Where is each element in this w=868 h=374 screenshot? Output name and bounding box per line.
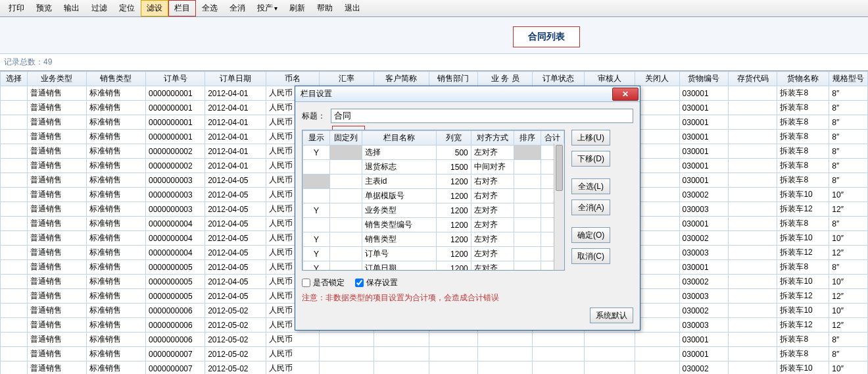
cell: 普通销售 [27,101,86,115]
cell: 标准销售 [86,188,145,202]
col-header[interactable]: 订单号 [145,72,205,86]
cell: 8″ [829,260,868,275]
grid-col-header[interactable]: 列宽 [436,131,471,146]
columns-grid[interactable]: 显示固定列栏目名称列宽对齐方式排序合计 Y选择500左对齐退货标志1500中间对… [302,130,565,271]
grid-col-header[interactable]: 栏目名称 [362,131,437,146]
table-row[interactable]: 普通销售标准销售00000000072012-05-02人民币030002拆装车… [1,361,868,375]
toolbar-item-过滤[interactable]: 过滤 [85,0,113,16]
grid-cell: 退货标志 [362,160,437,174]
grid-cell: 业务类型 [362,203,437,218]
col-header[interactable]: 业 务 员 [477,72,532,86]
toolbar-item-预览[interactable]: 预览 [30,0,58,16]
cell: 标准销售 [86,144,145,159]
col-header[interactable]: 货物编号 [679,72,728,86]
toolbar-item-投产[interactable]: 投产▾ [251,0,283,16]
lock-checkbox[interactable] [302,279,310,287]
col-header[interactable]: 客户简称 [374,72,429,86]
cell: 拆装车8 [777,260,829,275]
select-all-button[interactable]: 全选(L) [571,178,610,194]
cancel-button[interactable]: 取消(C) [571,248,610,264]
cell: 普通销售 [27,159,86,173]
cell [533,347,585,361]
col-header[interactable]: 销售类型 [86,72,145,86]
close-icon[interactable]: ✕ [612,88,639,101]
save-checkbox[interactable] [355,279,364,287]
cell [1,202,28,217]
cell: 标准销售 [86,101,145,115]
grid-col-header[interactable]: 排序 [514,131,541,146]
col-header[interactable]: 销售部门 [429,72,477,86]
grid-row[interactable]: Y销售类型1200左对齐 [303,232,564,247]
grid-cell [329,261,362,271]
cell: 2012-05-02 [205,333,266,347]
toolbar-item-全选[interactable]: 全选 [196,0,224,16]
select-none-button[interactable]: 全消(A) [571,200,610,215]
cell [635,173,679,188]
grid-row[interactable]: 单据模版号1200右对齐 [303,189,564,203]
grid-col-header[interactable]: 显示 [303,131,330,146]
col-header[interactable]: 选择 [1,72,28,86]
grid-row[interactable]: Y业务类型1200左对齐 [303,203,564,218]
ok-button[interactable]: 确定(O) [571,227,610,243]
grid-cell [329,232,362,247]
system-default-button[interactable]: 系统默认 [590,307,633,323]
grid-cell: 左对齐 [471,232,514,247]
col-header[interactable]: 规格型号 [829,72,868,86]
cell [728,275,777,289]
cell [635,260,679,275]
toolbar-item-帮助[interactable]: 帮助 [311,0,339,16]
toolbar-item-打印[interactable]: 打印 [3,0,30,16]
cell: 拆装车12 [777,318,829,333]
toolbar-item-栏目[interactable]: 栏目 [168,0,196,16]
toolbar-item-定位[interactable]: 定位 [113,0,141,16]
col-header[interactable]: 存货代码 [728,72,777,86]
cell: 8″ [829,101,868,115]
cell [1,115,28,130]
grid-row[interactable]: Y订单号1200左对齐 [303,247,564,261]
cell: 0000000005 [145,289,205,304]
col-header[interactable]: 订单日期 [205,72,266,86]
col-header[interactable]: 币名 [266,72,319,86]
cell [533,361,585,375]
col-header[interactable]: 订单状态 [533,72,585,86]
col-header[interactable]: 审核人 [585,72,635,86]
cell [728,159,777,173]
cell [728,361,777,375]
grid-col-header[interactable]: 固定列 [329,131,362,146]
dialog-titlebar[interactable]: 栏目设置 ✕ [295,86,640,102]
grid-row[interactable]: Y订单日期1200左对齐 [303,261,564,271]
toolbar-item-全消[interactable]: 全消 [224,0,251,16]
toolbar-item-退出[interactable]: 退出 [339,0,366,16]
title-input[interactable] [331,109,633,123]
col-header[interactable]: 货物名称 [777,72,829,86]
cell: 拆装车10 [777,304,829,318]
grid-row[interactable]: 退货标志1500中间对齐 [303,160,564,174]
cell [728,246,777,260]
cell: 0000000001 [145,86,205,101]
move-up-button[interactable]: 上移(U) [571,130,610,146]
grid-row[interactable]: Y选择500左对齐 [303,146,564,160]
col-header[interactable]: 关闭人 [635,72,679,86]
table-row[interactable]: 普通销售标准销售00000000062012-05-02人民币030001拆装车… [1,333,868,347]
grid-row[interactable]: 销售类型编号1200左对齐 [303,218,564,232]
grid-row[interactable]: 主表id1200右对齐 [303,174,564,189]
col-header[interactable]: 业务类型 [27,72,86,86]
table-row[interactable]: 普通销售标准销售00000000072012-05-02人民币030001拆装车… [1,347,868,361]
lock-checkbox-label[interactable]: 是否锁定 [302,277,345,288]
cell: 030003 [679,318,728,333]
cell: 8″ [829,86,868,101]
save-checkbox-label[interactable]: 保存设置 [355,277,398,288]
cell [728,188,777,202]
grid-scrollbar[interactable] [554,144,564,270]
grid-cell: Y [303,232,330,247]
cell: 030001 [679,347,728,361]
grid-col-header[interactable]: 对齐方式 [471,131,514,146]
cell: 2012-04-01 [205,101,266,115]
toolbar-item-输出[interactable]: 输出 [58,0,85,16]
cell: 030001 [679,159,728,173]
col-header[interactable]: 汇率 [319,72,374,86]
cell [374,361,429,375]
move-down-button[interactable]: 下移(D) [571,151,610,167]
toolbar-item-滤设[interactable]: 滤设 [141,0,168,16]
toolbar-item-刷新[interactable]: 刷新 [283,0,311,16]
